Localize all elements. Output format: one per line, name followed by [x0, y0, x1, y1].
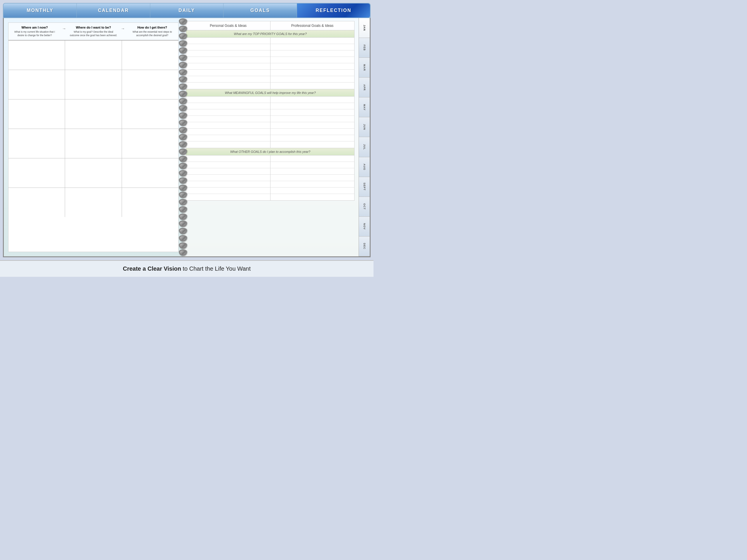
goals-line[interactable] [186, 122, 270, 129]
grid-cell[interactable] [65, 100, 122, 129]
grid-cell[interactable] [122, 188, 178, 217]
personal-goals-label: Personal Goals & Ideas [210, 24, 247, 28]
section-1-label: What are my TOP PRIORITY GOALS for this … [186, 30, 355, 37]
goals-line[interactable] [271, 103, 354, 109]
goals-line[interactable] [271, 76, 354, 83]
nav-daily[interactable]: DAILY [150, 3, 224, 18]
goals-line[interactable] [271, 116, 354, 122]
goals-line[interactable] [271, 50, 354, 57]
grid-cell[interactable] [8, 188, 65, 217]
month-tab-sept[interactable]: SEPT [359, 177, 370, 197]
goals-line[interactable] [271, 194, 354, 201]
goals-line[interactable] [186, 50, 270, 57]
nav-monthly[interactable]: MONTHLY [3, 3, 77, 18]
personal-goals-header: Personal Goals & Ideas [186, 21, 270, 30]
goals-line[interactable] [186, 63, 270, 70]
goals-line[interactable] [271, 70, 354, 76]
spiral-ring [179, 177, 187, 184]
grid-cell[interactable] [8, 70, 65, 99]
goals-line[interactable] [186, 44, 270, 50]
spiral-ring [179, 119, 187, 126]
goals-line[interactable] [271, 135, 354, 141]
goals-line[interactable] [271, 63, 354, 70]
month-tab-aug[interactable]: AUG [359, 157, 370, 177]
personal-col-1 [186, 37, 270, 89]
goals-line[interactable] [186, 76, 270, 83]
goals-line[interactable] [271, 97, 354, 103]
goals-line[interactable] [186, 103, 270, 109]
goals-line[interactable] [271, 57, 354, 63]
goals-line[interactable] [271, 37, 354, 44]
grid-cell[interactable] [8, 41, 65, 70]
footer: Create a Clear Vision to Chart the Life … [0, 260, 374, 277]
goals-line[interactable] [186, 162, 270, 168]
nav-goals-label: GOALS [250, 8, 270, 13]
month-tab-mar[interactable]: MAR [359, 58, 370, 78]
goals-line[interactable] [186, 181, 270, 188]
goals-line[interactable] [271, 156, 354, 162]
goals-line[interactable] [271, 188, 354, 194]
grid-cell[interactable] [122, 158, 178, 188]
spiral-ring [179, 242, 187, 249]
goals-line[interactable] [186, 37, 270, 44]
spiral-ring [179, 206, 187, 213]
goals-line[interactable] [271, 162, 354, 168]
goals-line[interactable] [186, 168, 270, 175]
grid-cell[interactable] [65, 158, 122, 188]
goals-line[interactable] [271, 175, 354, 181]
grid-cell[interactable] [122, 70, 178, 99]
month-tab-apr[interactable]: APR [359, 78, 370, 98]
grid-cell[interactable] [65, 41, 122, 70]
goals-line[interactable] [271, 109, 354, 116]
spiral-ring [179, 228, 187, 234]
month-tab-dec[interactable]: DEC [359, 237, 370, 257]
grid-cell[interactable] [65, 188, 122, 217]
nav-reflection-label: REFLECTION [316, 8, 351, 13]
grid-cell[interactable] [122, 41, 178, 70]
goals-line[interactable] [186, 175, 270, 181]
month-tab-feb[interactable]: FEB [359, 38, 370, 58]
grid-cell[interactable] [122, 129, 178, 158]
goals-line[interactable] [271, 141, 354, 148]
grid-cell[interactable] [8, 129, 65, 158]
goals-line[interactable] [186, 194, 270, 201]
spiral-ring [179, 134, 187, 140]
grid-cell[interactable] [65, 129, 122, 158]
goals-line[interactable] [271, 83, 354, 89]
month-tab-jun[interactable]: JUN [359, 117, 370, 137]
goals-line[interactable] [186, 70, 270, 76]
nav-goals[interactable]: GOALS [224, 3, 297, 18]
goals-line[interactable] [186, 129, 270, 135]
goals-line[interactable] [186, 135, 270, 141]
nav-reflection[interactable]: REFLECTION [297, 3, 370, 18]
goals-line[interactable] [186, 57, 270, 63]
goals-line[interactable] [271, 181, 354, 188]
grid-cell[interactable] [65, 70, 122, 99]
grid-cell[interactable] [122, 100, 178, 129]
goals-line[interactable] [271, 168, 354, 175]
goals-line[interactable] [186, 156, 270, 162]
arrow-2: → [121, 25, 125, 31]
goals-line[interactable] [186, 116, 270, 122]
personal-col-3 [186, 156, 270, 201]
goals-line[interactable] [186, 188, 270, 194]
goals-line[interactable] [186, 83, 270, 89]
professional-goals-header: Professional Goals & Ideas [271, 21, 354, 30]
month-tab-jul[interactable]: JUL [359, 137, 370, 157]
month-tab-nov[interactable]: NOV [359, 217, 370, 237]
goals-line[interactable] [186, 109, 270, 116]
month-tab-may[interactable]: MAY [359, 98, 370, 117]
grid-cell[interactable] [8, 158, 65, 188]
spiral-binding [176, 18, 190, 257]
header-col-1-title: Where am I now? [11, 26, 58, 29]
goals-line[interactable] [271, 44, 354, 50]
goals-line[interactable] [186, 141, 270, 148]
goals-line[interactable] [271, 129, 354, 135]
nav-calendar[interactable]: CALENDAR [77, 3, 150, 18]
goals-line[interactable] [186, 97, 270, 103]
goals-line[interactable] [271, 122, 354, 129]
month-tab-oct[interactable]: OCT [359, 197, 370, 217]
left-page-header: Where am I now? What is my current life … [8, 23, 178, 41]
month-tab-jan[interactable]: JAN [359, 18, 370, 38]
grid-cell[interactable] [8, 100, 65, 129]
